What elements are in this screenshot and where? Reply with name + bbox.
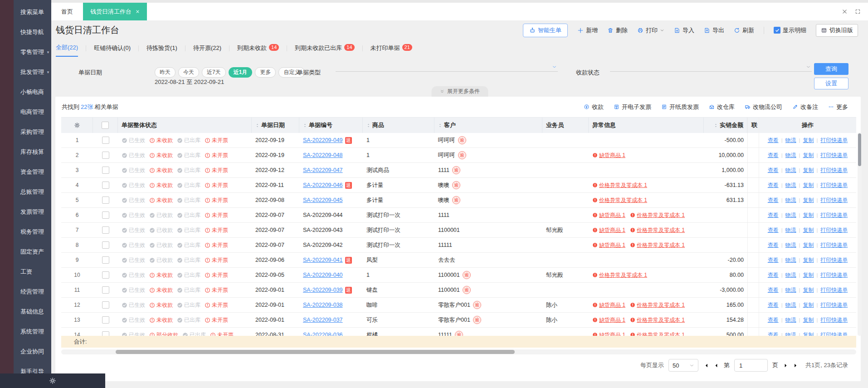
- select-all-checkbox[interactable]: [102, 122, 109, 129]
- error-link[interactable]: 价格异常及零成本 1: [592, 271, 647, 279]
- filter-tab-3[interactable]: 待开票(22): [193, 44, 221, 56]
- op-logistics[interactable]: 物流: [785, 196, 796, 204]
- error-link[interactable]: 价格异常及零成本 1: [630, 316, 685, 324]
- op-print-express[interactable]: 打印快递单: [820, 226, 848, 234]
- op-print-express[interactable]: 打印快递单: [820, 152, 848, 159]
- op-logistics[interactable]: 物流: [785, 286, 796, 294]
- col-header-ops[interactable]: 操作: [759, 118, 856, 133]
- op-view[interactable]: 查看: [768, 211, 779, 219]
- op-logistics[interactable]: 物流: [785, 271, 796, 279]
- col-header-date[interactable]: 单据日期: [252, 118, 299, 133]
- error-link[interactable]: 缺货商品 1: [592, 316, 625, 324]
- error-link[interactable]: 价格异常及零成本 1: [630, 241, 685, 249]
- import-button[interactable]: 导入: [674, 26, 694, 34]
- error-link[interactable]: 价格异常及零成本 1: [592, 182, 647, 189]
- print-button[interactable]: 打印: [637, 26, 664, 34]
- change-warehouse-button[interactable]: 改仓库: [709, 103, 735, 111]
- order-code[interactable]: SA-202209-041: [303, 257, 343, 263]
- op-copy[interactable]: 复制: [803, 137, 814, 144]
- error-link[interactable]: 价格异常及零成本 1: [630, 301, 685, 309]
- row-checkbox[interactable]: [102, 196, 109, 204]
- switch-old-button[interactable]: 切换旧版: [816, 24, 858, 37]
- sidebar-item-search-menu[interactable]: 搜索菜单: [14, 2, 51, 22]
- row-checkbox[interactable]: [102, 271, 109, 279]
- sidebar-item-base-info[interactable]: 基础信息: [14, 302, 51, 322]
- row-checkbox[interactable]: [102, 211, 109, 219]
- date-pill[interactable]: 昨天: [155, 67, 176, 78]
- filter-tab-1[interactable]: 旺铺待确认(0): [94, 44, 131, 56]
- error-link[interactable]: 价格异常及零成本 1: [592, 196, 647, 204]
- op-logistics[interactable]: 物流: [785, 316, 796, 324]
- op-view[interactable]: 查看: [768, 271, 779, 279]
- horizontal-scrollbar[interactable]: [61, 349, 856, 354]
- date-pill[interactable]: 近1月: [229, 67, 253, 78]
- row-checkbox[interactable]: [102, 167, 109, 174]
- window-close-icon[interactable]: [842, 9, 848, 15]
- row-checkbox[interactable]: [102, 286, 109, 294]
- op-copy[interactable]: 复制: [803, 271, 814, 279]
- op-print-express[interactable]: 打印快递单: [820, 167, 848, 174]
- op-view[interactable]: 查看: [768, 241, 779, 249]
- order-code[interactable]: SA-202209-040: [303, 272, 343, 278]
- last-page-button[interactable]: [793, 363, 799, 368]
- col-header-gear[interactable]: [61, 118, 93, 133]
- op-copy[interactable]: 复制: [803, 301, 814, 309]
- col-header-status[interactable]: 单据整体状态: [118, 118, 252, 133]
- op-view[interactable]: 查看: [768, 301, 779, 309]
- refresh-button[interactable]: 刷新: [734, 26, 754, 34]
- sidebar-item-collaboration[interactable]: 企业协同: [14, 342, 51, 362]
- prev-page-button[interactable]: [713, 363, 719, 368]
- op-print-express[interactable]: 打印快递单: [820, 301, 848, 309]
- row-checkbox[interactable]: [102, 241, 109, 249]
- date-pill[interactable]: 今天: [178, 67, 199, 78]
- op-print-express[interactable]: 打印快递单: [820, 316, 848, 324]
- error-link[interactable]: 缺货商品 1: [592, 211, 625, 219]
- vertical-scrollbar-thumb[interactable]: [858, 133, 861, 166]
- settings-button[interactable]: 设置: [814, 78, 848, 89]
- tab-home[interactable]: 首页: [51, 3, 83, 20]
- op-logistics[interactable]: 物流: [785, 137, 796, 144]
- op-copy[interactable]: 复制: [803, 196, 814, 204]
- op-logistics[interactable]: 物流: [785, 256, 796, 264]
- more-actions-button[interactable]: 更多: [828, 103, 848, 111]
- op-copy[interactable]: 复制: [803, 182, 814, 189]
- row-checkbox[interactable]: [102, 316, 109, 324]
- op-logistics[interactable]: 物流: [785, 182, 796, 189]
- error-link[interactable]: 缺货商品 1: [592, 226, 625, 234]
- col-header-amount[interactable]: 实销金额: [704, 118, 747, 133]
- op-logistics[interactable]: 物流: [785, 241, 796, 249]
- row-checkbox[interactable]: [102, 301, 109, 309]
- error-link[interactable]: 价格异常及零成本 1: [630, 211, 685, 219]
- op-logistics[interactable]: 物流: [785, 301, 796, 309]
- order-code[interactable]: SA-202209-049: [303, 137, 343, 143]
- horizontal-scrollbar-thumb[interactable]: [116, 350, 515, 354]
- op-view[interactable]: 查看: [768, 286, 779, 294]
- sidebar-item-funds[interactable]: 资金管理: [14, 162, 51, 182]
- page-number-input[interactable]: [734, 359, 768, 372]
- tab-active[interactable]: 钱货日清工作台: [83, 3, 147, 20]
- order-code[interactable]: SA-202209-045: [303, 197, 343, 203]
- op-copy[interactable]: 复制: [803, 256, 814, 264]
- gear-icon[interactable]: [49, 377, 56, 384]
- e-invoice-button[interactable]: 开电子发票: [614, 103, 651, 111]
- next-page-button[interactable]: [783, 363, 789, 368]
- col-header-code[interactable]: 单据编号: [299, 118, 363, 133]
- op-copy[interactable]: 复制: [803, 316, 814, 324]
- filter-tab-4[interactable]: 到期未收款14: [237, 44, 279, 56]
- op-view[interactable]: 查看: [768, 167, 779, 174]
- op-view[interactable]: 查看: [768, 182, 779, 189]
- op-logistics[interactable]: 物流: [785, 211, 796, 219]
- col-header-customer[interactable]: 客户: [434, 118, 542, 133]
- op-view[interactable]: 查看: [768, 256, 779, 264]
- op-copy[interactable]: 复制: [803, 152, 814, 159]
- sidebar-item-quick-nav[interactable]: 快捷导航: [14, 22, 51, 42]
- change-remark-button[interactable]: 改备注: [792, 103, 818, 111]
- op-print-express[interactable]: 打印快递单: [820, 182, 848, 189]
- export-button[interactable]: 导出: [704, 26, 724, 34]
- op-print-express[interactable]: 打印快递单: [820, 286, 848, 294]
- row-checkbox[interactable]: [102, 137, 109, 144]
- filter-tab-2[interactable]: 待拣验货(1): [146, 44, 177, 56]
- sidebar-item-ledger[interactable]: 总账管理: [14, 182, 51, 202]
- op-print-express[interactable]: 打印快递单: [820, 137, 848, 144]
- op-copy[interactable]: 复制: [803, 167, 814, 174]
